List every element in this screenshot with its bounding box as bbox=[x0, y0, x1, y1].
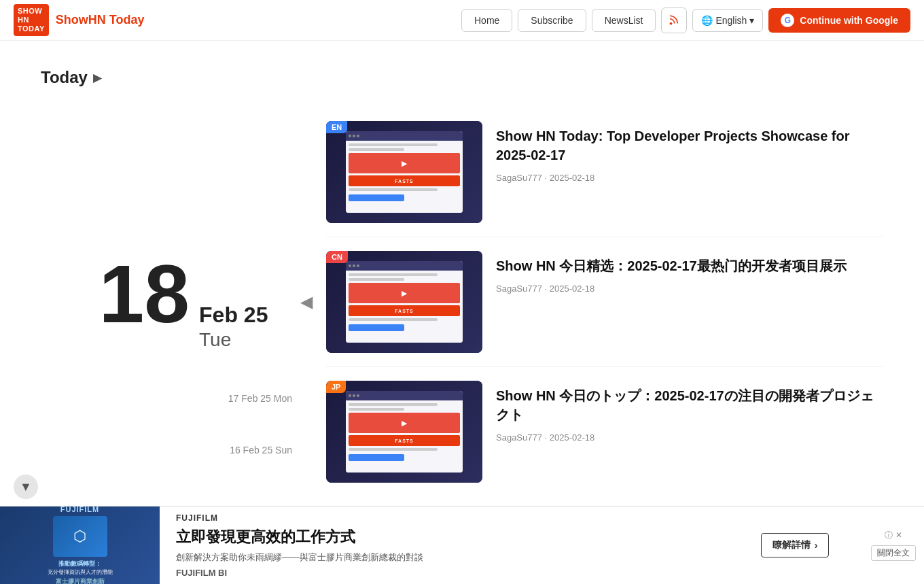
navbar-brand: SHOWHNTODAY ShowHN Today bbox=[14, 4, 144, 37]
date-day-number: 18 bbox=[99, 253, 190, 334]
prev-date-item[interactable]: 16 Feb 25 Sun bbox=[230, 445, 292, 456]
article-content: Show HN Today: Top Developer Projects Sh… bbox=[496, 121, 883, 183]
date-month-year: Feb 25 bbox=[199, 303, 268, 327]
mockup-dot bbox=[353, 394, 355, 397]
mockup-line bbox=[349, 403, 438, 406]
mockup-line bbox=[349, 273, 438, 276]
home-button[interactable]: Home bbox=[461, 9, 512, 32]
logo-icon: SHOWHNTODAY bbox=[14, 4, 49, 37]
article-item[interactable]: CN ▶ FASTS bbox=[326, 237, 883, 367]
mockup-video-icon: ▶ bbox=[349, 413, 461, 433]
google-icon: G bbox=[781, 14, 794, 27]
rss-button[interactable] bbox=[661, 7, 687, 33]
date-nav-prev-icon[interactable]: ◀ bbox=[300, 292, 313, 311]
articles-panel: EN ▶ FASTS bbox=[326, 107, 883, 496]
ad-image-content: FUJIFILM ⬡ 推動數碼轉型： 充分發揮資訊與人才的潛能 富士膠片商業創新 bbox=[48, 506, 113, 523]
mockup-dot bbox=[349, 135, 351, 137]
article-date: 2025-02-18 bbox=[550, 432, 595, 443]
mockup-header bbox=[346, 391, 463, 400]
article-date: 2025-02-18 bbox=[550, 284, 595, 294]
mockup-body: ▶ FASTS bbox=[346, 271, 463, 343]
mockup-dot bbox=[353, 135, 355, 137]
svg-point-0 bbox=[670, 22, 673, 24]
date-main: 18 Feb 25 Tue bbox=[99, 253, 268, 351]
mockup-dot bbox=[353, 264, 355, 267]
lang-icon: 🌐 bbox=[701, 15, 713, 26]
mockup-dot bbox=[349, 264, 351, 267]
logo-text: ShowHN Today bbox=[56, 13, 145, 27]
mockup-header bbox=[346, 131, 463, 141]
ad-image: FUJIFILM ⬡ 推動數碼轉型： 充分發揮資訊與人才的潛能 富士膠片商業創新 bbox=[0, 506, 160, 524]
mockup-dot bbox=[357, 135, 359, 137]
mockup-brand-bar: FASTS bbox=[349, 435, 461, 446]
screenshot-mockup: ▶ FASTS bbox=[326, 251, 482, 353]
mockup-video-icon: ▶ bbox=[349, 153, 461, 173]
mockup-header bbox=[346, 261, 463, 271]
mockup-line bbox=[349, 448, 438, 451]
ad-banner: FUJIFILM ⬡ 推動數碼轉型： 充分發揮資訊與人才的潛能 富士膠片商業創新… bbox=[0, 506, 924, 523]
mockup-dot bbox=[349, 394, 351, 397]
screenshot-mockup: ▶ FASTS bbox=[326, 381, 482, 483]
mockup-button bbox=[349, 324, 404, 331]
language-button[interactable]: 🌐 English ▾ bbox=[692, 9, 763, 32]
article-item[interactable]: JP ▶ FASTS bbox=[326, 367, 883, 496]
date-panel: 18 Feb 25 Tue ◀ 17 Feb 25 Mon 16 Feb 25 … bbox=[41, 107, 326, 496]
article-title: Show HN Today: Top Developer Projects Sh… bbox=[496, 126, 883, 165]
article-item[interactable]: EN ▶ FASTS bbox=[326, 107, 883, 237]
newslist-button[interactable]: NewsList bbox=[592, 9, 656, 32]
mockup-line bbox=[349, 408, 404, 411]
article-content: Show HN 今日のトップ：2025-02-17の注目の開発者プロジェクト S… bbox=[496, 381, 883, 443]
date-weekday: Tue bbox=[199, 330, 268, 351]
lang-badge-cn: CN bbox=[326, 251, 348, 263]
mockup-line bbox=[349, 318, 438, 321]
mockup-body: ▶ FASTS bbox=[346, 141, 463, 213]
ad-image-graphic: ⬡ bbox=[53, 516, 107, 524]
lang-badge-jp: JP bbox=[326, 381, 346, 393]
article-author: SagaSu777 bbox=[496, 284, 542, 294]
prev-dates-list: 17 Feb 25 Mon 16 Feb 25 Sun bbox=[41, 393, 326, 456]
article-thumbnail: CN ▶ FASTS bbox=[326, 251, 482, 353]
section-arrow-icon: ▶ bbox=[93, 71, 101, 84]
mockup-video-icon: ▶ bbox=[349, 283, 461, 303]
mockup-brand-bar: FASTS bbox=[349, 175, 461, 186]
section-title: Today ▶ bbox=[41, 68, 883, 87]
article-author: SagaSu777 bbox=[496, 432, 542, 443]
mockup-dot bbox=[357, 264, 359, 267]
mockup-inner: ▶ FASTS bbox=[346, 261, 463, 343]
subscribe-button[interactable]: Subscribe bbox=[518, 9, 586, 32]
mockup-body: ▶ FASTS bbox=[346, 400, 463, 473]
mockup-dot bbox=[357, 394, 359, 397]
prev-date-item[interactable]: 17 Feb 25 Mon bbox=[228, 393, 292, 404]
navbar-actions: Home Subscribe NewsList 🌐 English ▾ G Co… bbox=[461, 7, 910, 33]
google-signin-button[interactable]: G Continue with Google bbox=[768, 8, 910, 33]
mockup-line bbox=[349, 148, 404, 151]
navbar: SHOWHNTODAY ShowHN Today Home Subscribe … bbox=[0, 0, 924, 41]
ad-text-area: FUJIFILM 立即發現更高效的工作方式 創新解決方案助你未雨綢繆——與富士膠… bbox=[160, 506, 727, 523]
article-title: Show HN 今日のトップ：2025-02-17の注目の開発者プロジェクト bbox=[496, 386, 883, 424]
lang-badge-en: EN bbox=[326, 121, 347, 133]
article-thumbnail: JP ▶ FASTS bbox=[326, 381, 482, 483]
mockup-line bbox=[349, 143, 438, 146]
mockup-button bbox=[349, 194, 404, 201]
article-meta: SagaSu777 · 2025-02-18 bbox=[496, 432, 883, 443]
article-title: Show HN 今日精选：2025-02-17最热门的开发者项目展示 bbox=[496, 256, 883, 275]
article-date: 2025-02-18 bbox=[550, 173, 595, 183]
scroll-down-button[interactable]: ▼ bbox=[14, 475, 38, 499]
rss-icon bbox=[668, 14, 680, 27]
mockup-inner: ▶ FASTS bbox=[346, 131, 463, 213]
article-content: Show HN 今日精选：2025-02-17最热门的开发者项目展示 SagaS… bbox=[496, 251, 883, 294]
mockup-brand-bar: FASTS bbox=[349, 305, 461, 316]
date-info: Feb 25 Tue bbox=[199, 303, 268, 351]
content-layout: 18 Feb 25 Tue ◀ 17 Feb 25 Mon 16 Feb 25 … bbox=[41, 107, 883, 496]
ad-brand-text: FUJIFILM bbox=[176, 513, 711, 523]
mockup-button bbox=[349, 454, 404, 461]
article-meta: SagaSu777 · 2025-02-18 bbox=[496, 284, 883, 294]
article-thumbnail: EN ▶ FASTS bbox=[326, 121, 482, 223]
mockup-inner: ▶ FASTS bbox=[346, 391, 463, 473]
screenshot-mockup: ▶ FASTS bbox=[326, 121, 482, 223]
article-author: SagaSu777 bbox=[496, 173, 542, 183]
mockup-line bbox=[349, 278, 404, 281]
chevron-down-icon: ▾ bbox=[749, 15, 754, 26]
main-content: Today ▶ 18 Feb 25 Tue ◀ 17 Feb 25 Mon 16… bbox=[0, 41, 924, 523]
article-meta: SagaSu777 · 2025-02-18 bbox=[496, 173, 883, 183]
